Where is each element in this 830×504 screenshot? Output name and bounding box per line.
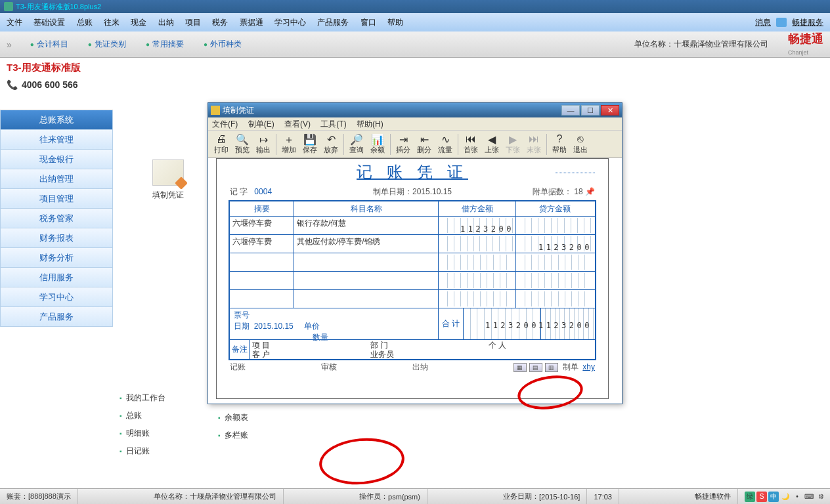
tb-delrow[interactable]: ⇤删分 xyxy=(414,133,435,155)
voucher-window-title: 填制凭证 xyxy=(223,105,254,116)
tb-exit[interactable]: ⎋退出 xyxy=(570,133,591,155)
sub-toolbar: » ●会计科目 ●凭证类别 ●常用摘要 ●外币种类 单位名称：十堰鼎泽物业管理有… xyxy=(0,32,830,58)
btn-b[interactable]: ▤ xyxy=(529,363,542,372)
app-titlebar: T3-用友通标准版10.8plus2 xyxy=(0,0,830,13)
tb-flow[interactable]: ∿流量 xyxy=(435,133,456,155)
maker-name: xhy xyxy=(582,362,595,371)
voucher-shortcut[interactable]: 填制凭证 xyxy=(152,159,184,201)
brand-logo: 畅捷通Chanjet xyxy=(788,33,823,56)
tb-balance[interactable]: 📊余额 xyxy=(367,133,388,155)
voucher-header: 记 字 0004 制单日期：2015.10.15 附单据数： 18 📌 xyxy=(217,185,608,199)
menu-cash[interactable]: 现金 xyxy=(131,18,146,27)
nav-cashbank[interactable]: 现金银行 xyxy=(0,150,113,169)
top-input[interactable] xyxy=(556,163,595,173)
tb-save[interactable]: 💾保存 xyxy=(299,133,320,155)
tray-kb-icon[interactable]: ⌨ xyxy=(804,492,814,502)
menu-product[interactable]: 产品服务 xyxy=(317,18,349,27)
table-row[interactable] xyxy=(230,253,595,271)
table-row[interactable] xyxy=(230,271,595,289)
close-button[interactable]: ✕ xyxy=(601,105,619,116)
tb-query[interactable]: 🔎查询 xyxy=(346,133,367,155)
menu-cashier[interactable]: 出纳 xyxy=(158,18,174,27)
btn-a[interactable]: ▦ xyxy=(513,363,527,372)
menu-help[interactable]: 帮助 xyxy=(387,18,403,27)
tb-help[interactable]: ?帮助 xyxy=(549,133,570,155)
table-row[interactable]: 六堰停车费 银行存款/何慧 1123200 xyxy=(230,216,595,234)
sum-credit: 1123200 xyxy=(541,308,594,339)
maximize-button[interactable]: ☐ xyxy=(581,105,600,116)
nav-cashier[interactable]: 出纳管理 xyxy=(0,169,113,189)
ql-desktop[interactable]: 我的工作台 xyxy=(120,392,165,404)
product-phone: 4006 600 566 xyxy=(7,79,106,90)
ql-multi[interactable]: 多栏账 xyxy=(218,430,248,441)
tray-moon-icon[interactable]: 🌙 xyxy=(780,492,791,502)
tray-gear-icon[interactable]: ⚙ xyxy=(816,492,826,502)
voucher-remark: 备注 项 目 部 门 个 人 客 户 业务员 xyxy=(230,339,595,359)
tb-add[interactable]: ＋增加 xyxy=(278,133,299,155)
sub-summary[interactable]: ●常用摘要 xyxy=(146,39,184,50)
nav-tax[interactable]: 税务管家 xyxy=(0,209,113,228)
voucher-no[interactable]: 0004 xyxy=(254,187,272,196)
voucher-date[interactable]: 2015.10.15 xyxy=(412,187,452,196)
ql-journal[interactable]: 日记账 xyxy=(120,446,165,457)
sub-voucher-type[interactable]: ●凭证类别 xyxy=(88,39,126,50)
tb-prev[interactable]: ◀上张 xyxy=(481,133,502,155)
sub-currency[interactable]: ●外币种类 xyxy=(204,39,242,50)
tb-next: ▶下张 xyxy=(502,133,523,155)
ql-detail[interactable]: 明细账 xyxy=(120,428,165,439)
tray-icon[interactable]: 绿 xyxy=(745,492,755,502)
minimize-button[interactable]: — xyxy=(561,105,580,116)
pin-icon[interactable]: 📌 xyxy=(585,187,595,196)
tb-discard[interactable]: ↶放弃 xyxy=(320,133,341,155)
chat-icon[interactable] xyxy=(776,18,787,27)
vm-view[interactable]: 查看(V) xyxy=(284,119,311,129)
tb-export[interactable]: ↦输出 xyxy=(253,133,274,155)
voucher-titlebar[interactable]: 填制凭证 — ☐ ✕ xyxy=(208,103,622,117)
messages-link[interactable]: 消息 xyxy=(755,17,771,28)
nav-product[interactable]: 产品服务 xyxy=(0,307,113,327)
menu-file[interactable]: 文件 xyxy=(7,18,22,27)
table-row[interactable] xyxy=(230,289,595,308)
menu-gl[interactable]: 总账 xyxy=(77,18,93,27)
menu-bill[interactable]: 票据通 xyxy=(240,18,263,27)
nav-gl[interactable]: 总账系统 xyxy=(0,110,113,130)
app-icon xyxy=(4,2,13,11)
tb-print[interactable]: 🖨打印 xyxy=(211,133,232,155)
nav-ar[interactable]: 往来管理 xyxy=(0,130,113,150)
nav-project[interactable]: 项目管理 xyxy=(0,189,113,209)
left-column: T3-用友通标准版 4006 600 566 总账系统 往来管理 现金银行 出纳… xyxy=(0,58,113,488)
sub-account[interactable]: ●会计科目 xyxy=(30,39,68,50)
vm-make[interactable]: 制单(E) xyxy=(248,119,274,129)
menu-tax[interactable]: 税务 xyxy=(212,18,228,27)
menu-window[interactable]: 窗口 xyxy=(360,18,376,27)
th-summary: 摘要 xyxy=(230,201,294,216)
menu-ar[interactable]: 往来 xyxy=(104,18,120,27)
nav-credit[interactable]: 信用服务 xyxy=(0,268,113,287)
tray-lang-icon[interactable]: 中 xyxy=(768,492,779,502)
service-link[interactable]: 畅捷服务 xyxy=(792,17,823,28)
nav-report[interactable]: 财务报表 xyxy=(0,228,113,248)
expand-icon[interactable]: » xyxy=(7,39,11,50)
vm-file[interactable]: 文件(F) xyxy=(212,119,238,129)
nav-analysis[interactable]: 财务分析 xyxy=(0,248,113,268)
vm-help[interactable]: 帮助(H) xyxy=(357,119,383,129)
foot-book: 记账 xyxy=(230,362,321,373)
product-box: T3-用友通标准版 4006 600 566 xyxy=(0,58,113,110)
btn-c[interactable]: ▥ xyxy=(545,363,558,372)
nav-learn[interactable]: 学习中心 xyxy=(0,287,113,307)
tb-insrow[interactable]: ⇥插分 xyxy=(393,133,414,155)
menu-learn[interactable]: 学习中心 xyxy=(274,18,306,27)
attach-count[interactable]: 18 xyxy=(574,187,582,196)
tb-first[interactable]: ⏮首张 xyxy=(460,133,481,155)
ql-gl[interactable]: 总账 xyxy=(120,410,165,421)
tray-ime-icon[interactable]: S xyxy=(756,492,767,502)
tb-preview[interactable]: 🔍预览 xyxy=(232,133,253,155)
sum-debit: 1123200 xyxy=(464,308,541,339)
menu-base[interactable]: 基础设置 xyxy=(33,18,65,27)
voucher-midband: 票号 日期 2015.10.15 单价 数量 合 计 1123200 11232… xyxy=(230,308,595,339)
menu-project[interactable]: 项目 xyxy=(185,18,201,27)
tray-sep-icon[interactable]: • xyxy=(792,492,802,502)
ql-balance[interactable]: 余额表 xyxy=(218,412,248,423)
vm-tool[interactable]: 工具(T) xyxy=(320,119,346,129)
table-row[interactable]: 六堰停车费 其他应付款/停车费/锦绣 1123200 xyxy=(230,234,595,253)
